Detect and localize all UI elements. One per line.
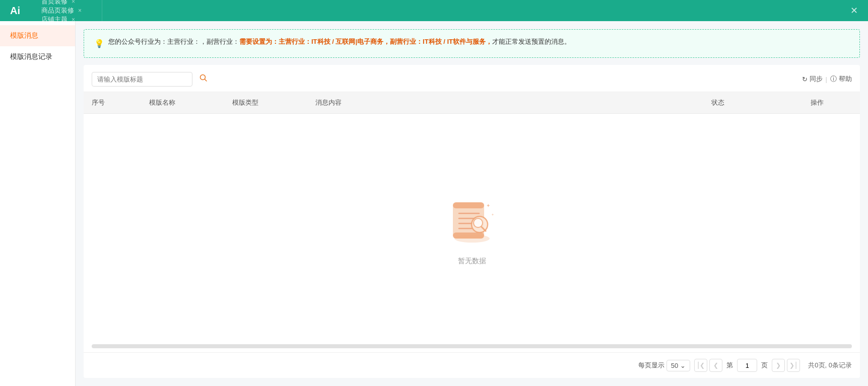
svg-text:✦: ✦ [491, 213, 494, 216]
sync-button[interactable]: ↻ 同步 [802, 74, 823, 84]
page-suffix-label: 页 [761, 361, 768, 370]
prev-page-button[interactable]: ❮ [709, 359, 722, 372]
col-header-action: 操作 [803, 92, 860, 114]
sync-label: 同步 [810, 74, 823, 84]
main-layout: 模版消息模版消息记录 💡 您的公众号行业为：主营行业：，副营行业：需要设置为：主… [0, 21, 868, 386]
sidebar: 模版消息模版消息记录 [0, 21, 76, 386]
tab-home-decor[interactable]: 首页装修× [34, 0, 102, 6]
search-button[interactable] [196, 72, 211, 86]
horizontal-scrollbar[interactable] [92, 344, 852, 348]
col-header-content: 消息内容 [307, 92, 703, 114]
notice-box: 💡 您的公众号行业为：主营行业：，副营行业：需要设置为：主营行业：IT科技 / … [84, 29, 860, 58]
svg-text:✦: ✦ [486, 203, 490, 208]
bulb-icon: 💡 [94, 37, 104, 50]
global-close-button[interactable]: ✕ [844, 5, 864, 16]
last-page-button[interactable]: ❯⎮ [787, 359, 800, 372]
page-size-value: 50 [671, 362, 678, 369]
search-bar: ↻ 同步 | ⓘ 帮助 [84, 65, 860, 92]
page-size-selector: 每页显示 50 ⌄ [638, 360, 690, 371]
tab-close-shop-theme[interactable]: × [72, 16, 75, 21]
empty-text: 暂无数据 [458, 257, 486, 266]
pagination: 每页显示 50 ⌄ ⎮❮ ❮ 第 页 ❯ ❯⎮ [84, 352, 860, 378]
tab-product-decor[interactable]: 商品页装修× [34, 6, 102, 15]
svg-rect-4 [453, 202, 484, 208]
empty-state: ✦ ✦ 暂无数据 [84, 114, 860, 340]
content-area: 💡 您的公众号行业为：主营行业：，副营行业：需要设置为：主营行业：IT科技 / … [76, 21, 868, 386]
scrollbar-area[interactable] [84, 340, 860, 352]
svg-point-11 [474, 218, 483, 227]
page-navigation: ⎮❮ ❮ 第 页 ❯ ❯⎮ [694, 359, 800, 372]
table-wrapper: 序号模版名称模版类型消息内容状态操作 [84, 92, 860, 378]
page-size-dropdown[interactable]: 50 ⌄ [666, 360, 690, 371]
svg-rect-5 [453, 233, 484, 239]
sidebar-item-template-record[interactable]: 模版消息记录 [0, 46, 75, 67]
current-page-input[interactable] [737, 359, 757, 372]
empty-illustration: ✦ ✦ [442, 188, 502, 249]
page-prefix-label: 第 [726, 361, 733, 370]
page-size-label: 每页显示 [638, 361, 664, 370]
divider: | [826, 75, 827, 83]
table-head: 序号模版名称模版类型消息内容状态操作 [84, 92, 860, 114]
tabs-container: 首页微商城店铺设置×商品分类设置×首页装修×商品页装修×店铺主题×开通公众号商城… [34, 0, 102, 21]
data-table: 序号模版名称模版类型消息内容状态操作 [84, 92, 860, 114]
sync-icon: ↻ [802, 75, 808, 83]
first-page-button[interactable]: ⎮❮ [694, 359, 707, 372]
notice-highlight: 需要设置为：主营行业：IT科技 / 互联网|电子商务，副营行业：IT科技 / I… [239, 38, 492, 45]
next-page-button[interactable]: ❯ [772, 359, 785, 372]
top-nav: Ai 首页微商城店铺设置×商品分类设置×首页装修×商品页装修×店铺主题×开通公众… [0, 0, 868, 21]
search-left [92, 72, 211, 87]
search-input[interactable] [92, 72, 192, 87]
sidebar-item-template-msg[interactable]: 模版消息 [0, 25, 75, 46]
tab-close-product-decor[interactable]: × [78, 7, 82, 14]
search-right: ↻ 同步 | ⓘ 帮助 [802, 74, 852, 84]
table-section: ↻ 同步 | ⓘ 帮助 序号模版名称模版类型消息内容状态操作 [84, 65, 860, 378]
help-icon: ⓘ [830, 74, 837, 84]
notice-text: 您的公众号行业为：主营行业：，副营行业：需要设置为：主营行业：IT科技 / 互联… [108, 37, 571, 47]
table-header-row: 序号模版名称模版类型消息内容状态操作 [84, 92, 860, 114]
help-button[interactable]: ⓘ 帮助 [830, 74, 852, 84]
brand-logo: Ai [4, 0, 34, 21]
col-header-name: 模版名称 [141, 92, 224, 114]
chevron-down-icon: ⌄ [680, 362, 686, 369]
col-header-type: 模版类型 [224, 92, 307, 114]
total-info: 共0页, 0条记录 [808, 361, 852, 370]
col-header-status: 状态 [703, 92, 803, 114]
col-header-seq: 序号 [84, 92, 141, 114]
tab-close-home-decor[interactable]: × [72, 0, 75, 5]
svg-line-1 [205, 80, 207, 82]
help-label: 帮助 [839, 74, 852, 84]
tab-shop-theme[interactable]: 店铺主题× [34, 15, 102, 21]
